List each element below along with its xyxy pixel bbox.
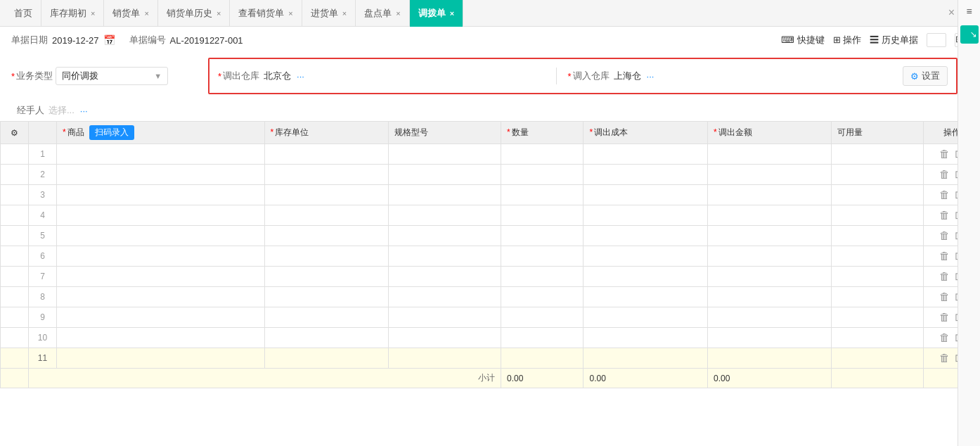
row-qty-cell[interactable] <box>501 144 584 165</box>
row-product-cell[interactable] <box>57 165 265 185</box>
manager-input[interactable]: 选择... <box>49 104 75 117</box>
row-cost-cell[interactable] <box>584 328 708 348</box>
row-product-cell[interactable] <box>57 205 265 226</box>
row-unit-cell[interactable] <box>264 185 389 205</box>
row-unit-cell[interactable] <box>264 267 389 287</box>
row-spec-cell[interactable] <box>389 165 501 185</box>
row-cost-cell[interactable] <box>584 307 708 328</box>
row-unit-cell[interactable] <box>264 246 389 267</box>
actions-button[interactable]: ⊞ 操作 <box>833 34 862 46</box>
row-unit-cell[interactable] <box>264 307 389 328</box>
sidebar-export-button[interactable]: ↗ <box>960 25 979 44</box>
row-spec-cell[interactable] <box>389 226 501 246</box>
row-qty-cell[interactable] <box>501 267 584 287</box>
row-cost-cell[interactable] <box>584 205 708 226</box>
row-product-cell[interactable] <box>57 226 265 246</box>
delete-icon[interactable]: 🗑 <box>939 148 950 160</box>
tab-inventory-check-close[interactable]: × <box>396 9 400 18</box>
tab-sales[interactable]: 销货单 × <box>104 0 157 27</box>
row-product-cell[interactable] <box>57 185 265 205</box>
row-qty-cell[interactable] <box>501 246 584 267</box>
row-product-cell[interactable] <box>57 287 265 307</box>
row-product-cell[interactable] <box>57 307 265 328</box>
delete-icon[interactable]: 🗑 <box>939 168 950 180</box>
shortcuts-button[interactable]: ⌨ 快捷键 <box>781 34 825 46</box>
row-qty-cell[interactable] <box>501 205 584 226</box>
row-qty-cell[interactable] <box>501 307 584 328</box>
row-spec-cell[interactable] <box>389 267 501 287</box>
row-amount-cell[interactable] <box>707 165 832 185</box>
delete-icon[interactable]: 🗑 <box>939 270 950 282</box>
row-amount-cell[interactable] <box>707 267 832 287</box>
settings-button[interactable]: ⚙ 设置 <box>903 66 948 86</box>
row-unit-cell[interactable] <box>264 144 389 165</box>
row-amount-cell[interactable] <box>707 185 832 205</box>
tab-purchase[interactable]: 进货单 × <box>302 0 356 27</box>
row-amount-cell[interactable] <box>707 287 832 307</box>
row-product-cell[interactable] <box>57 144 265 165</box>
row-qty-cell[interactable] <box>501 328 584 348</box>
tab-inventory-init[interactable]: 库存期初 × <box>41 0 104 27</box>
row-product-cell[interactable] <box>57 246 265 267</box>
row-unit-cell[interactable] <box>264 287 389 307</box>
manager-more[interactable]: ··· <box>80 106 88 116</box>
row-spec-cell[interactable] <box>389 307 501 328</box>
col-gear[interactable]: ⚙ <box>1 122 29 144</box>
warehouse-out-more[interactable]: ··· <box>297 71 304 82</box>
tab-sales-close[interactable]: × <box>144 9 148 18</box>
row-qty-cell[interactable] <box>501 165 584 185</box>
delete-icon[interactable]: 🗑 <box>939 250 950 262</box>
row-unit-cell[interactable] <box>264 328 389 348</box>
row-amount-cell[interactable] <box>707 307 832 328</box>
delete-icon[interactable]: 🗑 <box>939 331 950 343</box>
tab-inventory-init-close[interactable]: × <box>91 9 95 18</box>
tab-view-sales[interactable]: 查看销货单 × <box>230 0 302 27</box>
delete-icon[interactable]: 🗑 <box>939 311 950 323</box>
row-cost-cell[interactable] <box>584 144 708 165</box>
delete-icon[interactable]: 🗑 <box>939 291 950 302</box>
row-amount-cell[interactable] <box>707 328 832 348</box>
warehouse-in-more[interactable]: ··· <box>647 71 655 82</box>
row-spec-cell[interactable] <box>389 205 501 226</box>
row-amount-cell[interactable] <box>707 144 832 165</box>
row-product-cell[interactable] <box>57 267 265 287</box>
row-unit-cell[interactable] <box>264 205 389 226</box>
row-spec-cell[interactable] <box>389 185 501 205</box>
tab-transfer[interactable]: 调拨单 × <box>410 0 463 27</box>
row-qty-cell[interactable] <box>501 226 584 246</box>
tab-sales-history[interactable]: 销货单历史 × <box>158 0 230 27</box>
row-cost-cell[interactable] <box>584 246 708 267</box>
layout-btn-1[interactable] <box>927 33 946 47</box>
row-amount-cell[interactable] <box>707 205 832 226</box>
row-spec-cell[interactable] <box>389 287 501 307</box>
row-spec-cell[interactable] <box>389 246 501 267</box>
business-type-select[interactable]: 同价调拨 ▼ <box>56 67 168 85</box>
sidebar-list-button[interactable]: ≡ <box>960 3 979 20</box>
row-amount-cell[interactable] <box>707 246 832 267</box>
row-cost-cell[interactable] <box>584 267 708 287</box>
tab-home[interactable]: 首页 <box>6 0 41 27</box>
tab-transfer-close[interactable]: × <box>450 9 454 18</box>
calendar-icon[interactable]: 📅 <box>103 34 115 46</box>
row-qty-cell[interactable] <box>501 287 584 307</box>
row-cost-cell[interactable] <box>584 165 708 185</box>
row-spec-cell[interactable] <box>389 328 501 348</box>
tab-view-sales-close[interactable]: × <box>288 9 292 18</box>
tab-sales-history-close[interactable]: × <box>217 9 221 18</box>
history-button[interactable]: ☰ 历史单据 <box>870 34 918 46</box>
row-amount-cell[interactable] <box>707 226 832 246</box>
delete-icon[interactable]: 🗑 <box>939 352 950 364</box>
delete-icon[interactable]: 🗑 <box>939 209 950 221</box>
row-qty-cell[interactable] <box>501 185 584 205</box>
row-cost-cell[interactable] <box>584 287 708 307</box>
row-spec-cell[interactable] <box>389 144 501 165</box>
gear-icon[interactable]: ⚙ <box>11 128 18 138</box>
close-app-button[interactable]: × <box>948 6 955 19</box>
tab-inventory-check[interactable]: 盘点单 × <box>356 0 409 27</box>
row-product-cell[interactable] <box>57 328 265 348</box>
row-cost-cell[interactable] <box>584 226 708 246</box>
row-unit-cell[interactable] <box>264 226 389 246</box>
delete-icon[interactable]: 🗑 <box>939 229 950 241</box>
row-cost-cell[interactable] <box>584 185 708 205</box>
tab-purchase-close[interactable]: × <box>342 9 347 18</box>
